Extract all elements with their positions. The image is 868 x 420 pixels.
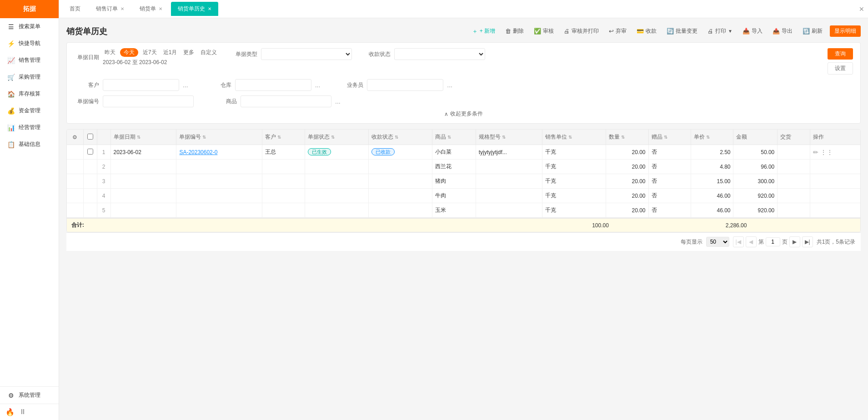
- new-button[interactable]: ＋ + 新增: [469, 26, 498, 37]
- sidebar-item-sales-mgmt[interactable]: 📈 销售管理: [0, 52, 59, 69]
- warehouse-input[interactable]: [235, 79, 311, 91]
- th-customer[interactable]: 客户⇅: [262, 130, 305, 145]
- row-doc-date: [110, 160, 176, 174]
- doc-no-input[interactable]: [103, 95, 194, 107]
- table-settings-column[interactable]: ⚙: [67, 130, 83, 145]
- page-number-input[interactable]: [766, 237, 780, 246]
- date-tag-1month[interactable]: 近1月: [161, 48, 179, 57]
- query-button[interactable]: 查询: [828, 48, 853, 60]
- collapse-filter-button[interactable]: ∧ 收起更多条件: [74, 110, 853, 118]
- goods-ellipsis[interactable]: ...: [335, 98, 341, 105]
- th-price[interactable]: 单价⇅: [691, 130, 733, 145]
- row-trade: [778, 160, 810, 174]
- table-row: 4牛肉千克20.00否46.00920.00: [67, 189, 860, 203]
- th-spec[interactable]: 规格型号⇅: [476, 130, 542, 145]
- th-qty[interactable]: 数量⇅: [606, 130, 648, 145]
- doc-type-select[interactable]: [261, 48, 352, 60]
- date-tag-yesterday[interactable]: 昨天: [103, 48, 117, 57]
- discard-button[interactable]: ↩ 弃审: [606, 26, 629, 36]
- last-page-button[interactable]: ▶|: [802, 236, 813, 247]
- row-doc-no[interactable]: [176, 189, 262, 203]
- tab-close-sales-order[interactable]: ✕: [120, 6, 124, 11]
- date-tag-more[interactable]: 更多: [181, 48, 196, 57]
- tab-sales-goods[interactable]: 销货单 ✕: [133, 2, 169, 16]
- date-tag-7days[interactable]: 近7天: [141, 48, 159, 57]
- row-spec: [476, 203, 542, 218]
- th-pay-status[interactable]: 收款状态⇅: [369, 130, 432, 145]
- next-page-button[interactable]: ▶: [789, 236, 800, 247]
- refresh-button[interactable]: 🔃 刷新: [800, 26, 825, 36]
- tab-close-all[interactable]: ✕: [859, 5, 864, 13]
- row-doc-no[interactable]: [176, 160, 262, 174]
- row-pay-status: [369, 174, 432, 189]
- payment-status-select[interactable]: [394, 48, 485, 60]
- staff-ellipsis[interactable]: ...: [447, 81, 452, 89]
- sidebar-item-system[interactable]: ⚙ 系统管理: [0, 387, 59, 404]
- th-goods[interactable]: 商品⇅: [432, 130, 476, 145]
- import-button[interactable]: 📥 导入: [740, 26, 765, 36]
- more-action-icon[interactable]: ⋮⋮: [820, 149, 833, 156]
- row-check-cell: [83, 160, 97, 174]
- select-all-checkbox[interactable]: [87, 134, 93, 140]
- th-unit[interactable]: 销售单位⇅: [542, 130, 606, 145]
- sidebar-bottom-icon-2[interactable]: ⏸: [19, 408, 26, 416]
- sidebar-item-quick-nav[interactable]: ⚡ 快捷导航: [0, 35, 59, 52]
- sort-icon-gift: ⇅: [664, 135, 667, 140]
- print-button[interactable]: 🖨 打印 ▼: [705, 26, 735, 36]
- staff-input[interactable]: [367, 79, 443, 91]
- tab-close-sales-goods[interactable]: ✕: [159, 6, 162, 11]
- goods-input[interactable]: [241, 95, 331, 107]
- table-row: 2西兰花千克20.00否4.8096.00: [67, 160, 860, 174]
- audit-print-button[interactable]: 🖨 审核并打印: [561, 26, 602, 36]
- tab-close-sales-history[interactable]: ✕: [208, 6, 211, 11]
- table-check-column[interactable]: [83, 130, 97, 145]
- tab-sales-history[interactable]: 销货单历史 ✕: [171, 2, 218, 16]
- refresh-icon: 🔃: [803, 28, 810, 35]
- sidebar-item-basic-info[interactable]: 📋 基础信息: [0, 136, 59, 153]
- customer-input[interactable]: [103, 79, 179, 91]
- tab-sales-order[interactable]: 销售订单 ✕: [89, 2, 131, 16]
- row-doc-no[interactable]: SA-20230602-0: [176, 145, 262, 160]
- warehouse-ellipsis[interactable]: ...: [315, 81, 321, 89]
- date-tag-today[interactable]: 今天: [120, 48, 138, 57]
- sidebar-item-label: 系统管理: [19, 391, 40, 399]
- page-size-select[interactable]: 50 100 200: [706, 237, 729, 247]
- sidebar-item-search-menu[interactable]: ☰ 搜索菜单: [0, 18, 59, 35]
- date-tag-custom[interactable]: 自定义: [199, 48, 219, 57]
- row-number: 5: [97, 203, 110, 218]
- audit-button[interactable]: ✅ 审核: [531, 26, 557, 36]
- sidebar-item-finance[interactable]: 💰 资金管理: [0, 102, 59, 119]
- sidebar-item-inventory[interactable]: 🏠 库存核算: [0, 85, 59, 102]
- show-detail-button[interactable]: 显示明细: [830, 25, 861, 37]
- receive-button[interactable]: 💳 收款: [634, 26, 659, 36]
- th-doc-no[interactable]: 单据编号⇅: [176, 130, 262, 145]
- batch-icon: 🔄: [667, 28, 674, 35]
- row-doc-date: [110, 174, 176, 189]
- tab-home[interactable]: 首页: [63, 2, 87, 16]
- row-gift: 否: [648, 145, 691, 160]
- th-doc-date[interactable]: 单据日期⇅: [110, 130, 176, 145]
- import-icon: 📥: [743, 28, 750, 35]
- date-label: 单据日期: [74, 54, 99, 61]
- batch-change-button[interactable]: 🔄 批量变更: [664, 26, 700, 36]
- row-doc-no[interactable]: [176, 174, 262, 189]
- th-doc-status[interactable]: 单据状态⇅: [305, 130, 368, 145]
- doc-no-link[interactable]: SA-20230602-0: [179, 149, 217, 155]
- money-icon: 💰: [7, 107, 15, 115]
- sidebar-item-purchase-mgmt[interactable]: 🛒 采购管理: [0, 69, 59, 85]
- th-gift[interactable]: 赠品⇅: [648, 130, 691, 145]
- customer-ellipsis[interactable]: ...: [183, 81, 188, 89]
- sidebar-item-operations[interactable]: 📊 经营管理: [0, 119, 59, 136]
- sidebar-bottom-icon-1[interactable]: 🔥: [5, 408, 15, 416]
- delete-button[interactable]: 🗑 删除: [502, 26, 527, 36]
- edit-action-icon[interactable]: ✏: [813, 149, 818, 156]
- payment-status-label: 收款状态: [366, 50, 391, 58]
- row-doc-no[interactable]: [176, 203, 262, 218]
- export-button[interactable]: 📤 导出: [770, 26, 795, 36]
- row-check-cell: [83, 189, 97, 203]
- prev-page-button[interactable]: ◀: [746, 236, 757, 247]
- set-button[interactable]: 设置: [828, 62, 853, 75]
- discard-icon: ↩: [609, 28, 614, 35]
- row-checkbox[interactable]: [87, 149, 93, 155]
- first-page-button[interactable]: |◀: [733, 236, 744, 247]
